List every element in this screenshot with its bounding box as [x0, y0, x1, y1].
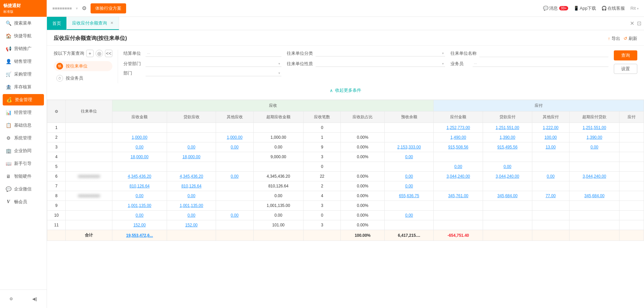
sidebar-item-wechat[interactable]: 💬 企业微信: [0, 183, 47, 195]
row-ap-overdue[interactable]: [569, 201, 620, 211]
row-ar-advance[interactable]: 2,153,333.00: [384, 142, 434, 152]
sidebar-item-member[interactable]: V 畅会员: [0, 195, 47, 208]
row-ap-amount[interactable]: [434, 211, 483, 220]
sidebar-item-inventory[interactable]: 🏦 库存核算: [0, 81, 47, 93]
sidebar-item-purchase[interactable]: 🛒 采购管理: [0, 68, 47, 81]
row-ap-amount[interactable]: [434, 220, 483, 230]
row-ap-other[interactable]: [532, 211, 569, 220]
row-ap-loan[interactable]: [483, 220, 532, 230]
row-ap-overdue[interactable]: [569, 152, 620, 162]
scheme-settings-btn[interactable]: ◎: [96, 50, 103, 57]
sidebar-item-hardware[interactable]: 🖥 智能硬件: [0, 170, 47, 183]
sidebar-settings-btn[interactable]: ⚙: [4, 294, 18, 304]
row-ar-advance[interactable]: 0.00: [384, 152, 434, 162]
row-ap-loan[interactable]: 345,684.00: [483, 191, 532, 201]
sidebar-item-sales[interactable]: 👤 销售管理: [0, 55, 47, 68]
sidebar-item-corp[interactable]: 🏢 企业协同: [0, 144, 47, 157]
row-ar-loan[interactable]: 18,000.00: [167, 152, 216, 162]
row-ap-loan[interactable]: 1,390.00: [483, 133, 532, 142]
row-ap-other[interactable]: 1,222.00: [532, 123, 569, 133]
row-ar-other[interactable]: 0.00: [216, 172, 253, 181]
row-ap-other[interactable]: [532, 162, 569, 172]
row-ar-loan[interactable]: 1,001,135.00: [167, 201, 216, 211]
tab-close-window-btn[interactable]: ✕: [630, 20, 634, 27]
row-ap-overdue[interactable]: 0.00: [569, 142, 620, 152]
row-ar-amount[interactable]: 810,126.64: [112, 181, 167, 191]
row-ap-loan[interactable]: [483, 152, 532, 162]
scheme-expand-btn[interactable]: <<: [105, 50, 112, 57]
row-ar-loan[interactable]: 0.00: [167, 142, 216, 152]
row-ar-other[interactable]: [216, 123, 253, 133]
row-ar-loan[interactable]: 152.00: [167, 220, 216, 230]
row-ap-amount[interactable]: 915,508.56: [434, 142, 483, 152]
row-ar-amount[interactable]: 1,000.00: [112, 133, 167, 142]
sidebar-item-search-menu[interactable]: 🔍 搜索菜单: [0, 17, 47, 30]
row-ar-amount[interactable]: 0.00: [112, 142, 167, 152]
row-ar-amount[interactable]: 0.00: [112, 211, 167, 220]
row-ap-amount[interactable]: [434, 181, 483, 191]
row-ap-other[interactable]: 13.00: [532, 142, 569, 152]
row-ap-amount[interactable]: [434, 201, 483, 211]
row-ap-overdue[interactable]: 345,684.00: [569, 191, 620, 201]
tab-maximize-btn[interactable]: ⊡: [637, 20, 641, 27]
row-ap-overdue[interactable]: [569, 220, 620, 230]
row-ar-other[interactable]: [216, 191, 253, 201]
settlement-input[interactable]: ···: [146, 50, 281, 57]
online-service-btn[interactable]: 🎧 在线客服: [601, 5, 625, 11]
row-ar-other[interactable]: [216, 162, 253, 172]
row-ar-advance[interactable]: 0.00: [384, 181, 434, 191]
row-ap-other[interactable]: 77.00: [532, 191, 569, 201]
row-ap-amount[interactable]: 345,761.00: [434, 191, 483, 201]
row-ap-overdue[interactable]: [569, 181, 620, 191]
row-ar-loan[interactable]: 0.00: [167, 191, 216, 201]
sidebar-item-guide[interactable]: 📖 新手引导: [0, 157, 47, 170]
partner-category-select[interactable]: ▾: [316, 50, 445, 56]
row-ap-other[interactable]: 0.00: [532, 172, 569, 181]
row-ap-other[interactable]: [532, 201, 569, 211]
row-ap-overdue[interactable]: [569, 211, 620, 220]
sidebar-item-finance[interactable]: 💰 资金管理: [3, 94, 44, 105]
row-ap-amount[interactable]: 1,252,773.00: [434, 123, 483, 133]
row-ar-amount[interactable]: 152.00: [112, 220, 167, 230]
tab-home[interactable]: 首页: [47, 17, 67, 30]
row-ar-other[interactable]: [216, 201, 253, 211]
dept-select[interactable]: ▾: [146, 70, 281, 76]
row-ar-other[interactable]: [216, 181, 253, 191]
row-ap-other[interactable]: [532, 181, 569, 191]
partner-nature-select[interactable]: ▾: [316, 61, 445, 67]
row-ar-advance[interactable]: 0.00: [384, 172, 434, 181]
row-ap-other[interactable]: 100.00: [532, 133, 569, 142]
row-ar-loan[interactable]: [167, 133, 216, 142]
row-ap-loan[interactable]: 0.00: [483, 162, 532, 172]
app-download-btn[interactable]: 📱 App下载: [574, 5, 596, 11]
row-ar-amount[interactable]: [112, 123, 167, 133]
sidebar-item-basic[interactable]: 📋 基础信息: [0, 119, 47, 132]
row-ar-loan[interactable]: 4,345,436.20: [167, 172, 216, 181]
row-ap-overdue[interactable]: 1,251,551.00: [569, 123, 620, 133]
sidebar-item-marketing[interactable]: 📢 营销推广: [0, 42, 47, 55]
add-scheme-btn[interactable]: +: [86, 50, 94, 57]
row-ar-amount[interactable]: 18,000.00: [112, 152, 167, 162]
row-ap-amount[interactable]: 0.00: [434, 162, 483, 172]
row-ar-other[interactable]: 0.00: [216, 142, 253, 152]
salesperson-input[interactable]: ···: [473, 60, 608, 67]
sidebar-item-quick-nav[interactable]: 🏠 快捷导航: [0, 30, 47, 42]
row-ap-amount[interactable]: [434, 152, 483, 162]
total-ar[interactable]: 19,553,472,6...: [112, 230, 167, 241]
notifications-btn[interactable]: 💬 消息 99+: [543, 5, 568, 11]
row-ap-loan[interactable]: [483, 201, 532, 211]
refresh-btn[interactable]: ↺ 刷新: [624, 36, 637, 42]
row-ap-loan[interactable]: 1,251,551.00: [483, 123, 532, 133]
row-ar-amount[interactable]: [112, 162, 167, 172]
dept-manager-select[interactable]: ▾: [146, 61, 281, 67]
row-ap-loan[interactable]: [483, 211, 532, 220]
row-ar-amount[interactable]: 0.00: [112, 191, 167, 201]
settings-btn[interactable]: 设置: [614, 64, 637, 74]
scheme-partner-item[interactable]: 畅 按往来单位: [54, 61, 112, 71]
th-settings[interactable]: ⚙: [47, 100, 66, 123]
tab-close-icon[interactable]: ✕: [110, 21, 113, 25]
sidebar-collapse-btn[interactable]: ◀‖: [27, 294, 43, 304]
row-ar-advance[interactable]: 655,636.75: [384, 191, 434, 201]
row-ap-overdue[interactable]: 1,390.00: [569, 133, 620, 142]
partner-name-input[interactable]: [479, 50, 608, 57]
